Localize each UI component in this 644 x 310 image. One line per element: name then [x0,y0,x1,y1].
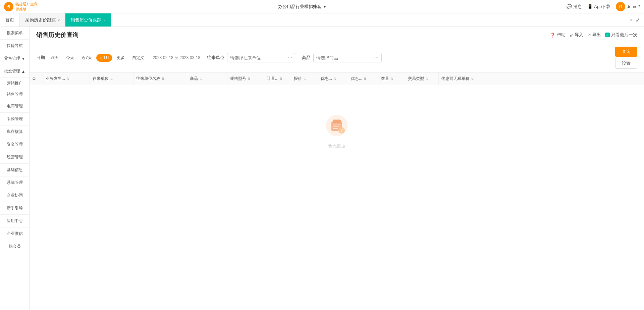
th-partner-name[interactable]: 往来单位名称 ⇅ [133,72,187,85]
tab-sales-history-close[interactable]: × [103,18,105,22]
enterprise-coop-label: 企业协同 [1,193,28,198]
th-unit-label: 计量... [267,76,278,82]
marketing-label: 营销推广 [3,81,26,86]
app-label: App下载 [594,4,610,10]
th-biz-date[interactable]: 业务发生... ⇅ [43,72,90,85]
sidebar-item-new-guide[interactable]: 新手引导 [0,202,29,215]
sidebar-item-member[interactable]: 畅会员 [0,240,29,253]
tab-purchase-history-close[interactable]: × [58,18,60,22]
th-quoted-price-sort-icon: ⇅ [303,77,306,81]
workspace-selector[interactable]: 办公用品行业模拟账套 ▾ [278,4,326,10]
sidebar-item-retail-mgmt[interactable]: 零售管理 ▼ [0,52,29,65]
sidebar-item-purchase-mgmt[interactable]: 采购管理 [0,113,29,125]
date-label: 日期 [36,55,45,61]
app-download-btn[interactable]: 📱 App下载 [587,4,610,10]
svg-rect-2 [333,119,341,123]
page-actions: ❓ 帮助 ↙ 导入 ↗ 导出 ✓ 只看最后一次 [550,32,637,38]
tab-bar: 首页 采购历史价跟踪 × 销售历史价跟踪 × × ⤢ [0,13,644,27]
date-btn-today[interactable]: 今天 [63,54,77,62]
th-pretax-price[interactable]: 优惠前无税单价 ⇅ [439,72,644,85]
sidebar-item-enterprise-coop[interactable]: 企业协同 [0,189,29,202]
sidebar-item-inventory[interactable]: 库存核算 [0,125,29,138]
th-quoted-price[interactable]: 报价 ⇅ [291,72,318,85]
product-input-wrapper[interactable]: ··· [313,53,381,62]
finance-mgmt-label: 资金管理 [1,142,28,147]
th-discount1-label: 优惠... [321,76,332,82]
product-filter-group: 商品 ··· [302,53,381,62]
th-trade-type[interactable]: 交易类型 ⇅ [405,72,439,85]
workspace-dropdown-icon: ▾ [324,4,326,9]
last-only-checkbox-label[interactable]: ✓ 只看最后一次 [605,32,637,38]
table-header: ⚙ 业务发生... ⇅ 往来单位 ⇅ 往来单位名称 ⇅ 商品 ⇅ [30,72,644,85]
sales-mgmt-label: 销售管理 [3,92,26,97]
help-action[interactable]: ❓ 帮助 [550,32,566,38]
tab-sales-history[interactable]: 销售历史价跟踪 × [65,13,111,27]
th-quantity-label: 数量 [381,76,389,82]
export-action[interactable]: ↗ 导出 [587,32,601,38]
import-label: 导入 [575,32,583,38]
sidebar-item-basic-info[interactable]: 基础信息 [0,164,29,176]
user-avatar: D [616,2,625,11]
date-btn-more[interactable]: 更多 [114,54,128,62]
date-btn-custom[interactable]: 自定义 [129,54,147,62]
date-btn-yesterday[interactable]: 昨天 [48,54,62,62]
sidebar-item-wholesale-mgmt[interactable]: 批发管理 ▲ [0,65,29,78]
th-quantity[interactable]: 数量 ⇅ [378,72,405,85]
th-unit-sort-icon: ⇅ [280,77,282,81]
date-filter-group: 日期 昨天 今天 近7天 近1月 更多 自定义 2023-02-18 至 202… [36,54,200,62]
import-icon: ↙ [570,33,573,38]
th-partner-code[interactable]: 往来单位 ⇅ [90,72,133,85]
sidebar-item-enterprise-wechat[interactable]: 企业微信 [0,227,29,240]
sidebar-item-sales-mgmt[interactable]: 销售管理 [0,89,29,100]
th-discount2[interactable]: 优惠... ⇅ [348,72,378,85]
user-menu[interactable]: D demo2 [616,2,640,11]
sidebar-item-operations-mgmt[interactable]: 经营管理 [0,151,29,164]
message-btn[interactable]: 💬 消息 [567,4,582,10]
logo-line1: 畅捷通好生意 [15,2,38,6]
sidebar-item-marketing[interactable]: 营销推广 [0,78,29,89]
sidebar-item-search-menu[interactable]: 搜索菜单 [0,27,29,40]
content-area: 销售历史价查询 ❓ 帮助 ↙ 导入 ↗ 导出 ✓ [30,27,644,310]
product-input[interactable] [316,55,373,60]
import-action[interactable]: ↙ 导入 [570,32,583,38]
partner-label: 往来单位 [207,55,224,61]
th-pretax-price-sort-icon: ⇅ [471,77,474,81]
th-discount1[interactable]: 优惠... ⇅ [318,72,348,85]
th-discount1-sort-icon: ⇅ [333,77,336,81]
partner-input[interactable] [230,55,286,60]
date-btn-last7[interactable]: 近7天 [78,54,95,62]
app-icon: 📱 [587,4,593,9]
close-all-tabs-btn[interactable]: × [630,17,633,23]
sidebar-item-quick-nav[interactable]: 快捷导航 [0,40,29,52]
product-label: 商品 [302,55,311,61]
partner-filter-group: 往来单位 ··· [207,53,295,62]
partner-input-wrapper[interactable]: ··· [227,53,295,62]
last-only-checkbox[interactable]: ✓ [605,33,610,37]
enterprise-wechat-label: 企业微信 [1,231,28,237]
tab-home[interactable]: 首页 [0,13,20,27]
svg-text:?: ? [340,128,342,132]
wholesale-mgmt-arrow-icon: ▲ [21,69,25,74]
sidebar-item-app-center[interactable]: 应用中心 [0,215,29,227]
th-trade-type-label: 交易类型 [408,76,424,82]
th-spec[interactable]: 规格型号 ⇅ [227,72,264,85]
empty-data-icon: ? [323,112,350,139]
th-product[interactable]: 商品 ⇅ [187,72,227,85]
sidebar-item-ecommerce-mgmt[interactable]: 电商管理 [0,100,29,113]
page-header: 销售历史价查询 ❓ 帮助 ↙ 导入 ↗ 导出 ✓ [30,27,644,43]
tab-purchase-history[interactable]: 采购历史价跟踪 × [20,13,65,27]
date-range-buttons: 昨天 今天 近7天 近1月 更多 自定义 [48,54,147,62]
date-btn-last1m[interactable]: 近1月 [96,54,113,62]
sidebar-item-system-mgmt[interactable]: 系统管理 [0,176,29,189]
th-pretax-price-label: 优惠前无税单价 [441,76,470,82]
th-settings[interactable]: ⚙ [30,73,43,85]
partner-input-dots: ··· [288,55,292,61]
th-unit[interactable]: 计量... ⇅ [264,72,291,85]
query-button[interactable]: 查询 [615,47,637,57]
sidebar-item-finance-mgmt[interactable]: 资金管理 [0,138,29,151]
th-biz-date-sort-icon: ⇅ [66,77,69,81]
settings-button[interactable]: 设置 [615,58,637,69]
th-product-sort-icon: ⇅ [199,77,202,81]
logo-icon: 6 [4,2,13,11]
maximize-btn[interactable]: ⤢ [636,17,640,23]
